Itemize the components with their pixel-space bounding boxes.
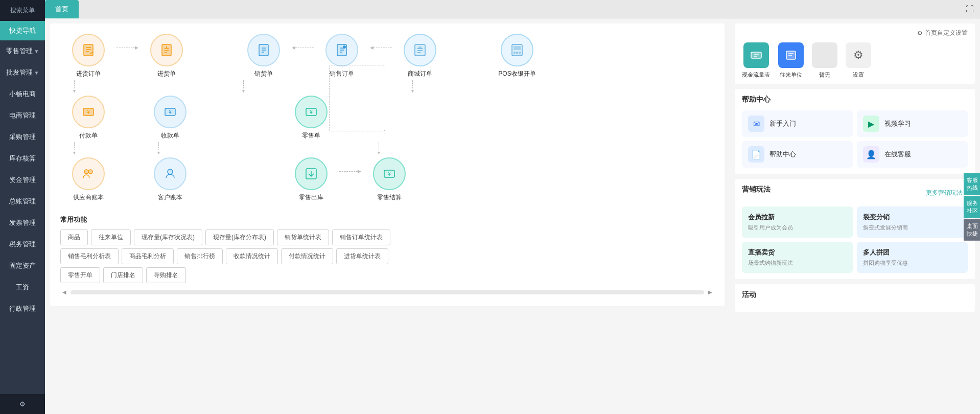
cf-btn-sales-rank[interactable]: 销售排行榜 [177, 248, 223, 264]
node-purchase-order[interactable]: 进货订单 [60, 34, 116, 78]
retail-arrow: ▼ [34, 49, 39, 54]
sidebar-item-wholesale[interactable]: 批发管理 ▼ [0, 62, 45, 83]
none-label: 暂无 [819, 71, 830, 79]
cf-btn-goods[interactable]: 商品 [60, 229, 88, 245]
helpcenter-label: 帮助中心 [769, 150, 796, 159]
quick-access-section: ⚙ 首页自定义设置 现金流量表 [735, 24, 975, 84]
svg-rect-10 [514, 46, 521, 50]
sidebar-item-purchase[interactable]: 采购管理 [0, 126, 45, 148]
scroll-right-btn[interactable]: ▶ [706, 288, 714, 296]
cashflow-icon-box [743, 42, 769, 68]
sidebar-item-ecom-mgmt[interactable]: 电商管理 [0, 105, 45, 126]
sidebar-item-retail[interactable]: 零售管理 ▼ [0, 40, 45, 62]
node-purchase[interactable]: 进货单 [138, 34, 195, 78]
search-label: 搜索菜单 [10, 7, 35, 14]
float-btn-service[interactable]: 客服 热线 [964, 173, 980, 195]
sidebar-item-salary[interactable]: 工资 [0, 277, 45, 298]
node-payment-out[interactable]: ¥ 付款单 [60, 96, 116, 140]
node-payment-in[interactable]: ¥ 收款单 [142, 96, 198, 140]
mkt-member[interactable]: 会员拉新 吸引用户成为会员 [742, 206, 853, 238]
scrollbar-track[interactable] [71, 290, 704, 294]
tab-home[interactable]: 首页 [45, 0, 79, 18]
scroll-left-btn[interactable]: ◀ [60, 288, 68, 296]
sidebar-item-admin[interactable]: 行政管理 [0, 298, 45, 319]
sidebar-item-finance[interactable]: 资金管理 [0, 169, 45, 191]
purchase-order-label: 进货订单 [76, 70, 101, 78]
tab-expand-button[interactable]: ⛶ [960, 5, 980, 14]
float-btn-community[interactable]: 服务 社区 [964, 196, 980, 218]
cf-btn-payment-stat[interactable]: 付款情况统计 [281, 248, 333, 264]
wholesale-label: 批发管理 [6, 68, 33, 77]
sidebar-settings[interactable]: ⚙ [0, 394, 45, 414]
qa-icon-none[interactable]: 暂无 [812, 42, 837, 79]
float-btn-desktop[interactable]: 桌面 快捷 [964, 219, 980, 241]
cf-btn-stock2[interactable]: 现存量(库存分布表) [205, 229, 274, 245]
video-label: 视频学习 [884, 119, 911, 128]
settings-icon-box: ⚙ [846, 42, 871, 68]
cf-btn-sales-profit[interactable]: 销售毛利分析表 [60, 248, 119, 264]
node-mall-order[interactable]: 商城订单 [392, 34, 448, 78]
help-section: 帮助中心 ✉ 新手入门 ▶ 视频学习 📄 帮助中心 👤 [735, 89, 975, 174]
cf-btn-goods-profit[interactable]: 商品毛利分析 [122, 248, 174, 264]
node-pos[interactable]: POS收银开单 [489, 34, 545, 78]
cf-btn-guide-rank[interactable]: 导购排名 [146, 267, 186, 283]
cf-btn-retail-order[interactable]: 零售开单 [60, 267, 100, 283]
node-retail[interactable]: ¥ 零售单 [283, 96, 339, 140]
retail-icon: ¥ [295, 96, 328, 128]
marketing-title: 营销玩法 [742, 185, 771, 194]
mkt-live[interactable]: 直播卖货 场景式购物新玩法 [742, 242, 853, 273]
sidebar-item-ecom-small[interactable]: 小畅电商 [0, 83, 45, 105]
node-sales-order[interactable]: 销售订单 [314, 34, 370, 78]
retail-settle-label: 零售结算 [377, 193, 402, 202]
sidebar-quicknav[interactable]: 快捷导航 [0, 21, 45, 40]
sidebar-item-assets[interactable]: 固定资产 [0, 255, 45, 277]
service-label: 在线客服 [884, 150, 911, 159]
mall-order-label: 商城订单 [408, 70, 432, 78]
help-item-service[interactable]: 👤 在线客服 [857, 141, 968, 168]
cf-btn-purchase-stat[interactable]: 进货单统计表 [336, 248, 388, 264]
sidebar-item-tax[interactable]: 税务管理 [0, 234, 45, 255]
cashflow-label: 现金流量表 [742, 71, 770, 79]
svg-rect-13 [519, 52, 521, 54]
help-item-helpcenter[interactable]: 📄 帮助中心 [742, 141, 853, 168]
node-customer-account[interactable]: 客户账本 [142, 157, 198, 202]
left-panel: 进货订单 ▶ [45, 18, 730, 414]
cf-btn-sales-stat[interactable]: 销货单统计表 [277, 229, 329, 245]
node-sales[interactable]: 销货单 [236, 34, 292, 78]
svg-text:¥: ¥ [387, 171, 391, 177]
svg-text:¥: ¥ [168, 109, 172, 115]
node-supplier-account[interactable]: 供应商账本 [60, 157, 116, 202]
float-buttons: 客服 热线 服务 社区 桌面 快捷 [964, 173, 980, 241]
qa-icon-partner[interactable]: 往来单位 [778, 42, 804, 79]
node-retail-settle[interactable]: ¥ 零售结算 [361, 157, 417, 202]
home-settings-label[interactable]: 首页自定义设置 [925, 29, 968, 37]
qa-icon-cashflow[interactable]: 现金流量表 [742, 42, 770, 79]
sales-label: 销货单 [254, 70, 273, 78]
sidebar-search[interactable]: 搜索菜单 [0, 0, 45, 21]
sidebar-item-invoice[interactable]: 发票管理 [0, 212, 45, 234]
cf-btn-store-rank[interactable]: 门店排名 [103, 267, 143, 283]
cf-btn-partner[interactable]: 往来单位 [91, 229, 131, 245]
help-item-video[interactable]: ▶ 视频学习 [857, 110, 968, 137]
payment-in-label: 收款单 [161, 131, 179, 140]
marketing-grid: 会员拉新 吸引用户成为会员 裂变分销 裂变式发展分销商 直播卖货 场景式购物新玩… [742, 206, 968, 273]
quicknav-label: 快捷导航 [9, 27, 36, 34]
qa-icon-settings[interactable]: ⚙ 设置 [846, 42, 871, 79]
help-item-beginner[interactable]: ✉ 新手入门 [742, 110, 853, 137]
mkt-fission-title: 裂变分销 [863, 213, 962, 222]
cf-btn-receipt-stat[interactable]: 收款情况统计 [226, 248, 278, 264]
mkt-fission[interactable]: 裂变分销 裂变式发展分销商 [857, 206, 968, 238]
svg-point-7 [343, 45, 346, 49]
node-retail-out[interactable]: 零售出库 [283, 157, 339, 202]
mkt-group[interactable]: 多人拼团 拼团购物享受优惠 [857, 242, 968, 273]
cf-row-3: 零售开单 门店排名 导购排名 [60, 267, 714, 283]
more-marketing-link[interactable]: 更多营销玩法 > [926, 189, 968, 197]
activity-section: 活动 [735, 284, 975, 312]
cf-btn-stock1[interactable]: 现存量(库存状况表) [134, 229, 202, 245]
payment-out-icon: ¥ [72, 96, 105, 128]
sidebar-item-ledger[interactable]: 总账管理 [0, 191, 45, 212]
svg-rect-27 [786, 51, 796, 59]
cf-btn-sales-order-stat[interactable]: 销售订单统计表 [332, 229, 390, 245]
sidebar-item-inventory[interactable]: 库存核算 [0, 148, 45, 169]
beginner-label: 新手入门 [769, 119, 796, 128]
